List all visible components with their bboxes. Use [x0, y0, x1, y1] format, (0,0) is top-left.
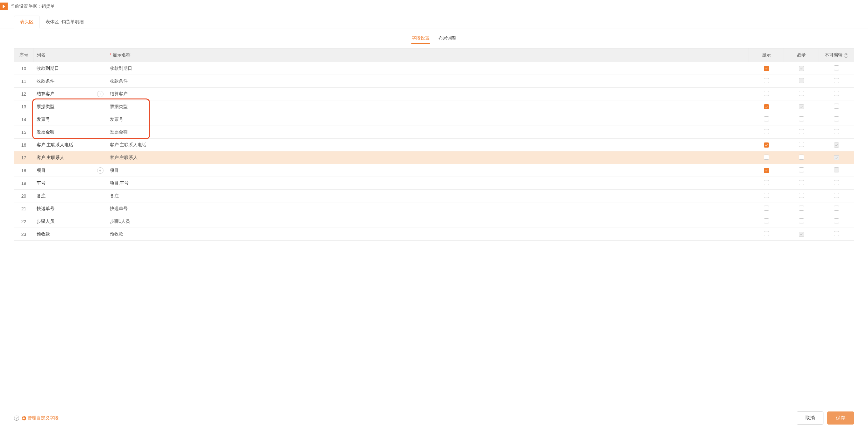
- readonly-checkbox: [834, 155, 839, 160]
- required-checkbox[interactable]: [799, 129, 804, 134]
- cell-display[interactable]: 步骤1人员: [107, 215, 749, 228]
- table-row[interactable]: 18项目+项目: [14, 164, 854, 177]
- cell-display[interactable]: 项目: [107, 164, 749, 177]
- cell-seq: 14: [14, 113, 33, 126]
- show-checkbox[interactable]: [764, 129, 769, 134]
- cell-display[interactable]: 快递单号: [107, 202, 749, 215]
- show-checkbox[interactable]: [764, 142, 769, 148]
- show-checkbox[interactable]: [764, 91, 769, 96]
- readonly-checkbox[interactable]: [834, 129, 839, 134]
- table-row[interactable]: 13票据类型票据类型: [14, 101, 854, 113]
- cell-readonly: [819, 139, 854, 151]
- cell-show: [749, 190, 784, 202]
- add-button[interactable]: +: [97, 167, 103, 174]
- required-checkbox[interactable]: [799, 167, 804, 172]
- required-checkbox[interactable]: [799, 116, 804, 121]
- cell-required: [784, 139, 819, 151]
- show-checkbox[interactable]: [764, 78, 769, 83]
- cell-display[interactable]: 票据类型: [107, 101, 749, 113]
- readonly-checkbox[interactable]: [834, 206, 839, 211]
- collapse-toggle[interactable]: [0, 3, 8, 10]
- show-checkbox[interactable]: [764, 66, 769, 71]
- cell-readonly: [819, 88, 854, 101]
- table-row[interactable]: 20备注备注: [14, 190, 854, 202]
- chevron-right-icon: [2, 4, 6, 9]
- readonly-checkbox[interactable]: [834, 218, 839, 223]
- required-checkbox[interactable]: [799, 91, 804, 96]
- tab[interactable]: 表头区: [14, 16, 39, 28]
- readonly-checkbox[interactable]: [834, 193, 839, 198]
- cell-show: [749, 139, 784, 151]
- th-show: 显示: [749, 49, 784, 62]
- cell-display[interactable]: 预收款: [107, 228, 749, 240]
- readonly-checkbox[interactable]: [834, 231, 839, 236]
- readonly-checkbox[interactable]: [834, 116, 839, 121]
- readonly-checkbox[interactable]: [834, 180, 839, 185]
- table-row[interactable]: 23预收款预收款: [14, 228, 854, 240]
- show-checkbox[interactable]: [764, 116, 769, 121]
- cell-display[interactable]: 备注: [107, 190, 749, 202]
- readonly-checkbox[interactable]: [834, 65, 839, 70]
- show-checkbox[interactable]: [764, 218, 769, 223]
- show-checkbox[interactable]: [764, 168, 769, 173]
- show-checkbox[interactable]: [764, 193, 769, 198]
- readonly-checkbox: [834, 142, 839, 148]
- table-row[interactable]: 22步骤人员步骤1人员: [14, 215, 854, 228]
- table-row[interactable]: 17客户.主联系人客户.主联系人: [14, 151, 854, 164]
- cell-colname: 客户.主联系人: [33, 151, 107, 164]
- show-checkbox[interactable]: [764, 231, 769, 236]
- cell-show: [749, 88, 784, 101]
- cell-required: [784, 75, 819, 88]
- add-button[interactable]: +: [97, 91, 103, 97]
- readonly-checkbox[interactable]: [834, 104, 839, 109]
- table-row[interactable]: 11收款条件收款条件: [14, 75, 854, 88]
- cell-display[interactable]: 收款到期日: [107, 62, 749, 75]
- cell-colname: 车号: [33, 177, 107, 190]
- show-checkbox[interactable]: [764, 180, 769, 185]
- cell-required: [784, 164, 819, 177]
- cell-readonly: [819, 126, 854, 139]
- tab[interactable]: 表体区–销货单明细: [39, 16, 90, 28]
- cell-show: [749, 101, 784, 113]
- cell-display[interactable]: 客户.主联系人电话: [107, 139, 749, 151]
- cell-seq: 22: [14, 215, 33, 228]
- table-row[interactable]: 14发票号发票号: [14, 113, 854, 126]
- cell-show: [749, 126, 784, 139]
- sub-tab[interactable]: 布局调整: [438, 34, 457, 44]
- table-row[interactable]: 16客户.主联系人电话客户.主联系人电话: [14, 139, 854, 151]
- required-checkbox[interactable]: [799, 154, 804, 160]
- readonly-checkbox[interactable]: [834, 78, 839, 83]
- table-row[interactable]: 19车号项目.车号: [14, 177, 854, 190]
- required-checkbox[interactable]: [799, 193, 804, 198]
- cell-display[interactable]: 项目.车号: [107, 177, 749, 190]
- cell-seq: 16: [14, 139, 33, 151]
- table-row[interactable]: 21快递单号快递单号: [14, 202, 854, 215]
- cell-display[interactable]: 结算客户: [107, 88, 749, 101]
- sub-tab[interactable]: 字段设置: [411, 34, 430, 44]
- required-checkbox[interactable]: [799, 206, 804, 211]
- cell-required: [784, 126, 819, 139]
- required-checkbox[interactable]: [799, 218, 804, 223]
- cell-show: [749, 177, 784, 190]
- required-checkbox[interactable]: [799, 180, 804, 185]
- required-checkbox[interactable]: [799, 142, 804, 147]
- table-row[interactable]: 10收款到期日收款到期日: [14, 62, 854, 75]
- table-row[interactable]: 15发票金额发票金额: [14, 126, 854, 139]
- cell-colname: 发票金额: [33, 126, 107, 139]
- show-checkbox[interactable]: [764, 206, 769, 211]
- th-display: *显示名称: [107, 49, 749, 62]
- table-row[interactable]: 12结算客户+结算客户: [14, 88, 854, 101]
- show-checkbox[interactable]: [764, 104, 769, 109]
- th-seq: 序号: [14, 49, 33, 62]
- th-readonly: 不可编辑?: [819, 49, 854, 62]
- readonly-checkbox[interactable]: [834, 91, 839, 96]
- cell-display[interactable]: 收款条件: [107, 75, 749, 88]
- cell-display[interactable]: 发票金额: [107, 126, 749, 139]
- cell-readonly: [819, 190, 854, 202]
- cell-show: [749, 113, 784, 126]
- cell-display[interactable]: 发票号: [107, 113, 749, 126]
- cell-display[interactable]: 客户.主联系人: [107, 151, 749, 164]
- show-checkbox[interactable]: [764, 154, 769, 160]
- required-checkbox: [799, 66, 804, 71]
- help-icon[interactable]: ?: [844, 53, 848, 58]
